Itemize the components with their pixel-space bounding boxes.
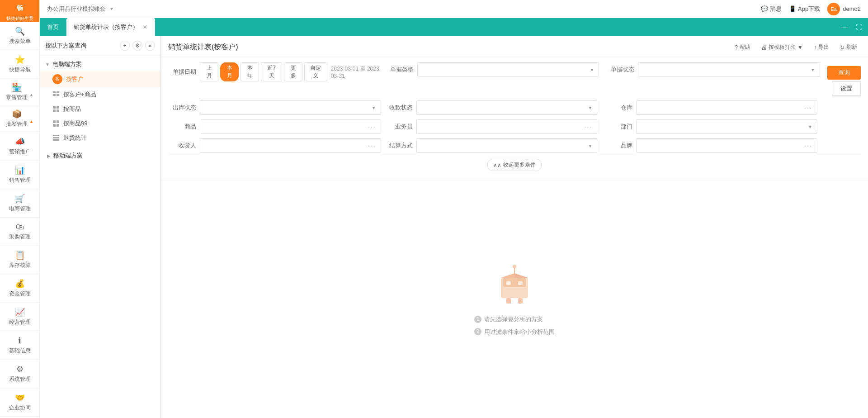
expand-arrow-icon: ▲ [29, 119, 34, 124]
template-print-button[interactable]: 🖨 按模板打印 ▼ [758, 42, 807, 53]
sidebar-item-label: 系统管理 [9, 375, 31, 383]
sidebar-item-inventory[interactable]: 📋 库存核算 [0, 246, 40, 274]
receipt-status-select[interactable]: ▼ [416, 100, 598, 115]
order-status-arrow-icon: ▼ [811, 67, 815, 72]
empty-text: 1 请先选择要分析的方案 2 用过滤条件来缩小分析范围 [474, 314, 555, 339]
collapse-scheme-button[interactable]: « [145, 41, 155, 51]
settings-button[interactable]: 设置 [832, 81, 861, 96]
print-arrow-icon: ▼ [797, 44, 803, 51]
message-button[interactable]: 💬 消息 [761, 5, 782, 13]
scheme-panel-title: 按以下方案查询 [45, 42, 86, 50]
mobile-group-label: 移动端方案 [53, 152, 83, 160]
sidebar-item-label: 销售管理 [9, 176, 31, 184]
scheme-item-by-customer[interactable]: 客 按客户 [40, 71, 160, 87]
filter-out-status: 出库状态 ▼ [168, 100, 381, 115]
help-button[interactable]: ? 帮助 [731, 42, 754, 53]
app-logo[interactable]: 畅 畅捷销好生意 [0, 0, 40, 22]
add-scheme-button[interactable]: + [120, 41, 130, 51]
tab-minimize-button[interactable]: — [839, 22, 850, 33]
out-status-arrow-icon: ▼ [372, 105, 376, 110]
ecommerce-icon: 🛒 [15, 194, 25, 204]
order-status-select[interactable]: ▼ [638, 62, 820, 77]
order-type-select[interactable]: ▼ [417, 62, 599, 77]
last-month-btn[interactable]: 上月 [200, 62, 218, 81]
filter-order-status: 单据状态 ▼ [603, 62, 824, 77]
purchase-icon: 🛍 [16, 222, 24, 232]
out-status-select[interactable]: ▼ [200, 100, 381, 115]
scheme-group-mobile-header[interactable]: ▶ 移动端方案 [40, 149, 160, 162]
customer-goods-icon [52, 91, 60, 98]
goods-dots-icon: ··· [368, 123, 376, 130]
svg-rect-3 [57, 91, 59, 93]
scheme-group-mobile: ▶ 移动端方案 [40, 147, 160, 164]
order-status-label: 单据状态 [606, 66, 638, 74]
svg-rect-22 [518, 281, 523, 285]
brand-dots-icon: ··· [804, 142, 812, 149]
svg-rect-2 [53, 91, 56, 93]
this-month-btn[interactable]: 本月 [220, 62, 239, 81]
sidebar-item-sales-mgmt[interactable]: 📊 销售管理 [0, 161, 40, 189]
refresh-button[interactable]: ↻ 刷新 [836, 42, 861, 53]
maximize-icon: ⛶ [856, 24, 862, 31]
export-button[interactable]: ↑ 导出 [810, 42, 833, 53]
page-selector[interactable]: 办公用品行业模拟账套 ▼ [47, 5, 114, 13]
sidebar-item-marketing[interactable]: 📣 营销推广 [0, 132, 40, 161]
sidebar-item-ops[interactable]: 📈 经营管理 [0, 303, 40, 331]
tab-close-icon[interactable]: ✕ [143, 24, 147, 30]
brand-select[interactable]: ··· [636, 138, 817, 153]
app-download-button[interactable]: 📱 App下载 [789, 5, 820, 13]
marketing-icon: 📣 [15, 137, 25, 147]
empty-step-2-text: 用过滤条件来缩小分析范围 [484, 327, 555, 337]
mobile-group-arrow-icon: ▶ [47, 153, 51, 158]
scheme-item-by-goods-99[interactable]: 按商品99 [40, 116, 160, 131]
sidebar-item-quick-nav[interactable]: ⭐ 快捷导航 [0, 50, 40, 79]
basic-info-icon: ℹ [18, 336, 21, 346]
consignee-label: 收货人 [168, 142, 200, 150]
sidebar-item-basic-info[interactable]: ℹ 基础信息 [0, 331, 40, 360]
department-select[interactable]: ▼ [636, 119, 817, 134]
scheme-item-by-customer-goods[interactable]: 按客户+商品 [40, 87, 160, 102]
goods-select[interactable]: ··· [200, 119, 381, 134]
query-button[interactable]: 查询 [827, 66, 861, 80]
retail-icon: 🏪 [12, 82, 22, 92]
svg-rect-4 [53, 94, 56, 96]
filter-consignee: 收货人 ··· [168, 138, 381, 153]
more-btn[interactable]: 更多 [284, 62, 302, 81]
collapse-label: 收起更多条件 [503, 161, 536, 169]
sidebar-item-search-menu[interactable]: 🔍 搜索菜单 [0, 22, 40, 50]
scheme-item-return-stat[interactable]: 退货统计 [40, 131, 160, 145]
sidebar-item-wholesale-mgmt[interactable]: 📦 批发管理 ▲ [0, 105, 40, 132]
scheme-group-pc-header[interactable]: ▼ 电脑端方案 [40, 57, 160, 71]
minimize-icon: — [841, 24, 848, 31]
scheme-panel-header: 按以下方案查询 + ⚙ « [40, 36, 160, 56]
settlement-label: 结算方式 [385, 142, 416, 150]
custom-btn[interactable]: 自定义 [304, 62, 327, 81]
tab-maximize-button[interactable]: ⛶ [854, 22, 864, 33]
sidebar-item-enterprise-collab[interactable]: 🤝 企业协同 [0, 388, 40, 417]
consignee-select[interactable]: ··· [200, 138, 381, 153]
this-year-btn[interactable]: 本年 [241, 62, 259, 81]
main-area: 办公用品行业模拟账套 ▼ 💬 消息 📱 App下载 Ea demo2 首页 [40, 0, 868, 418]
receipt-status-arrow-icon: ▼ [588, 105, 592, 110]
sidebar-item-ecommerce[interactable]: 🛒 电商管理 [0, 189, 40, 218]
tab-sales-stat[interactable]: 销货单统计表（按客户） ✕ [66, 18, 155, 36]
settlement-select[interactable]: ▼ [416, 138, 598, 153]
sidebar-item-retail-mgmt[interactable]: 🏪 零售管理 ▲ [0, 79, 40, 105]
sidebar-item-system[interactable]: ⚙ 系统管理 [0, 360, 40, 388]
salesperson-select[interactable]: ··· [416, 119, 598, 134]
expand-icon: ▲ [29, 92, 34, 97]
action-buttons: 查询 设置 [824, 62, 861, 96]
scheme-item-by-goods[interactable]: 按商品 [40, 102, 160, 116]
empty-step-1-text: 请先选择要分析的方案 [484, 314, 543, 324]
sidebar-item-finance[interactable]: 💰 资金管理 [0, 274, 40, 303]
tab-home[interactable]: 首页 [40, 18, 66, 36]
last-7-days-btn[interactable]: 近7天 [261, 62, 282, 81]
out-status-label: 出库状态 [168, 104, 200, 112]
app-download-label: App下载 [798, 5, 820, 13]
settings-scheme-button[interactable]: ⚙ [132, 41, 142, 51]
sidebar-item-purchase[interactable]: 🛍 采购管理 [0, 218, 40, 246]
user-profile[interactable]: Ea demo2 [827, 3, 861, 15]
collapse-button[interactable]: ∧∧ 收起更多条件 [487, 159, 542, 171]
warehouse-select[interactable]: ··· [636, 100, 817, 115]
svg-point-24 [513, 265, 516, 268]
